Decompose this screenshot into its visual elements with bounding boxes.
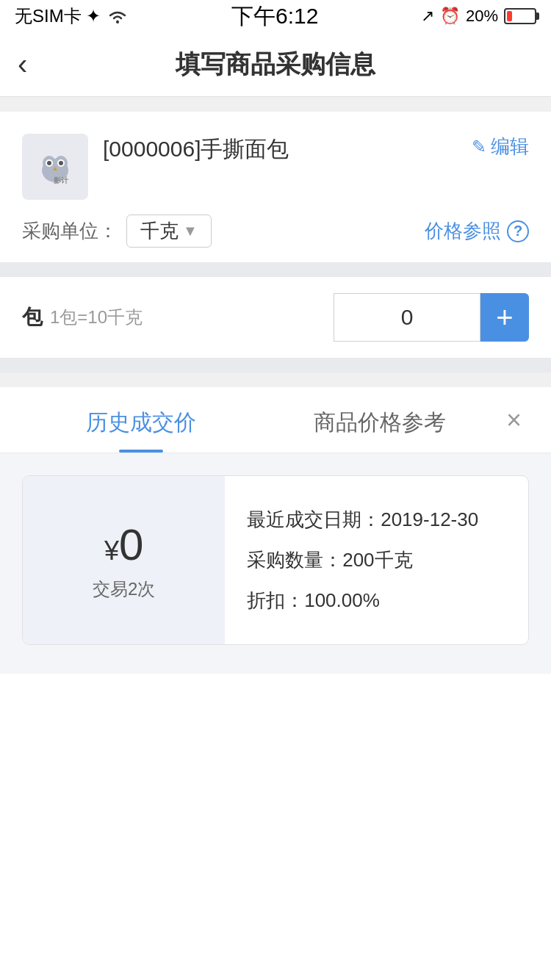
discount-label: 折扣： xyxy=(247,589,304,611)
alarm-icon: ⏰ xyxy=(440,7,460,26)
product-header: 影计 [0000006]手撕面包 ✎ 编辑 xyxy=(22,134,529,200)
section-divider-2 xyxy=(0,358,551,372)
transaction-count: 交易2次 xyxy=(93,577,155,601)
svg-text:影计: 影计 xyxy=(54,176,69,184)
tab-bar: 历史成交价 商品价格参考 × xyxy=(0,387,551,453)
product-section: 影计 [0000006]手撕面包 ✎ 编辑 采购单位： 千克 ▼ 价格参照 ? xyxy=(0,112,551,262)
quantity-row: 包 1包=10千克 0 + xyxy=(0,277,551,358)
back-button[interactable]: ‹ xyxy=(18,48,27,81)
battery-icon xyxy=(504,8,536,24)
unit-badge: 包 xyxy=(22,303,43,331)
status-left: 无SIM卡 ✦ xyxy=(15,4,129,28)
quantity-input[interactable]: 0 xyxy=(334,293,480,342)
price-ref-label: 价格参照 xyxy=(425,218,501,244)
quantity-unit-info: 包 1包=10千克 xyxy=(22,303,143,331)
bottom-area xyxy=(0,674,551,980)
product-left: 影计 [0000006]手撕面包 xyxy=(22,134,472,200)
section-divider xyxy=(0,262,551,277)
product-name-area: [0000006]手撕面包 xyxy=(103,134,472,165)
dropdown-arrow-icon: ▼ xyxy=(183,223,198,239)
purchase-qty-label: 采购数量： xyxy=(247,549,342,571)
location-icon: ↗ xyxy=(421,7,434,26)
tab-history-label: 历史成交价 xyxy=(86,410,196,434)
tab-product-price-ref[interactable]: 商品价格参考 xyxy=(260,387,498,453)
nav-bar: ‹ 填写商品采购信息 xyxy=(0,32,551,97)
price-reference-button[interactable]: 价格参照 ? xyxy=(425,218,529,244)
edit-icon: ✎ xyxy=(472,137,486,157)
discount-value: 100.00% xyxy=(304,589,380,611)
edit-label: 编辑 xyxy=(491,134,529,159)
discount-row: 折扣：100.00% xyxy=(247,586,506,615)
price-value: 0 xyxy=(119,520,143,569)
status-time: 下午6:12 xyxy=(231,1,318,32)
carrier-text: 无SIM卡 ✦ xyxy=(15,4,101,28)
price-card-left: ¥0 交易2次 xyxy=(23,476,225,644)
product-name: [0000006]手撕面包 xyxy=(103,134,472,165)
battery-percent: 20% xyxy=(466,7,498,26)
purchase-unit-left: 采购单位： 千克 ▼ xyxy=(22,215,212,248)
purchase-unit-label: 采购单位： xyxy=(22,218,118,244)
unit-conversion: 1包=10千克 xyxy=(50,306,143,329)
quantity-plus-button[interactable]: + xyxy=(480,293,529,342)
status-bar: 无SIM卡 ✦ 下午6:12 ↗ ⏰ 20% xyxy=(0,0,551,32)
purchase-qty-value: 200千克 xyxy=(342,549,412,571)
wifi-icon xyxy=(107,8,129,24)
purchase-qty-row: 采购数量：200千克 xyxy=(247,546,506,574)
quantity-controls: 0 + xyxy=(334,293,529,342)
recent-date-row: 最近成交日期：2019-12-30 xyxy=(247,505,506,534)
recent-date-label: 最近成交日期： xyxy=(247,508,381,530)
svg-point-7 xyxy=(59,161,63,165)
unit-value: 千克 xyxy=(140,218,179,244)
tab-active-indicator xyxy=(119,450,163,453)
product-logo-icon: 影计 xyxy=(33,145,77,189)
svg-point-6 xyxy=(47,161,51,165)
currency-symbol: ¥ xyxy=(104,536,119,566)
edit-button[interactable]: ✎ 编辑 xyxy=(472,134,529,159)
product-thumbnail: 影计 xyxy=(22,134,88,200)
unit-selector[interactable]: 千克 ▼ xyxy=(126,215,212,248)
svg-point-0 xyxy=(116,21,119,24)
help-icon: ? xyxy=(507,220,529,242)
tab-close-button[interactable]: × xyxy=(499,400,529,441)
purchase-unit-row: 采购单位： 千克 ▼ 价格参照 ? xyxy=(22,215,529,248)
recent-date-value: 2019-12-30 xyxy=(381,508,478,530)
price-display: ¥0 xyxy=(104,519,143,570)
price-card-right: 最近成交日期：2019-12-30 采购数量：200千克 折扣：100.00% xyxy=(225,476,528,644)
tab-history-price[interactable]: 历史成交价 xyxy=(22,387,260,453)
price-card: ¥0 交易2次 最近成交日期：2019-12-30 采购数量：200千克 折扣：… xyxy=(22,475,529,645)
tab-section: 历史成交价 商品价格参考 × ¥0 交易2次 最近成交日期：2019-12-30… xyxy=(0,387,551,674)
tab-product-price-label: 商品价格参考 xyxy=(314,410,446,434)
page-title: 填写商品采购信息 xyxy=(176,48,375,82)
content-area: ¥0 交易2次 最近成交日期：2019-12-30 采购数量：200千克 折扣：… xyxy=(0,453,551,674)
status-right: ↗ ⏰ 20% xyxy=(421,7,536,26)
